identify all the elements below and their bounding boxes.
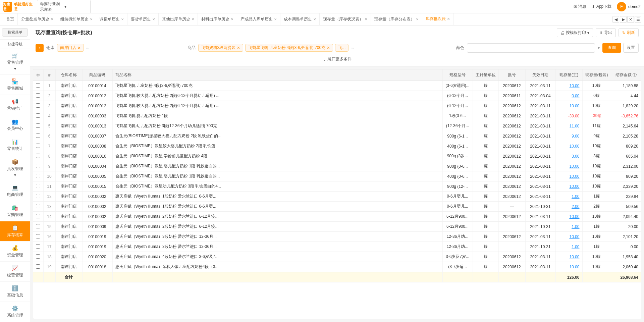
warehouse-tag[interactable]: 南岸门店 ✕ bbox=[57, 44, 84, 52]
sidebar-item-retail-management[interactable]: 🛒 零售管理 ▾ bbox=[0, 49, 30, 75]
tab-6-close-icon[interactable]: ✕ bbox=[231, 17, 233, 21]
row-checkbox[interactable] bbox=[36, 83, 40, 88]
row-checkbox[interactable] bbox=[36, 234, 40, 238]
row-checkbox[interactable] bbox=[36, 133, 40, 138]
td-qty-main[interactable]: 1.00 bbox=[555, 222, 582, 232]
sidebar-item-retail-stats[interactable]: 📊 零售统计 bbox=[0, 135, 30, 155]
sidebar-item-purchase[interactable]: 🛍️ 采购管理 bbox=[0, 201, 30, 221]
td-qty-main[interactable]: 10.00 bbox=[555, 181, 582, 192]
td-qty-main[interactable]: 11.00 bbox=[555, 121, 582, 131]
tab-11[interactable]: 库存批次账 ✕ bbox=[422, 13, 453, 25]
td-check[interactable] bbox=[33, 91, 43, 101]
tab-11-close-icon[interactable]: ✕ bbox=[447, 17, 450, 21]
td-check[interactable] bbox=[33, 242, 43, 252]
td-check[interactable] bbox=[33, 161, 43, 171]
row-checkbox[interactable] bbox=[36, 204, 40, 208]
row-checkbox[interactable] bbox=[36, 214, 40, 218]
row-checkbox[interactable] bbox=[36, 93, 40, 98]
td-check[interactable] bbox=[33, 131, 43, 141]
user-profile[interactable]: E demo2 bbox=[617, 2, 641, 11]
td-check[interactable] bbox=[33, 222, 43, 232]
td-qty-main[interactable]: 10.00 bbox=[555, 81, 582, 91]
td-qty-main[interactable]: 10.00 bbox=[555, 141, 582, 151]
td-qty-main[interactable]: -39.00 bbox=[555, 111, 582, 121]
row-checkbox[interactable] bbox=[36, 174, 40, 178]
nav-next-icon[interactable]: ▶ bbox=[620, 16, 627, 23]
td-qty-main[interactable]: 1.00 bbox=[555, 242, 582, 252]
product-tag-1[interactable]: 飞鹤奶粉3段两提装 ✕ bbox=[198, 44, 244, 52]
sidebar-item-members[interactable]: 👥 会员中心 bbox=[0, 115, 30, 135]
tab-6[interactable]: 材料出库单历史 ✕ bbox=[198, 13, 237, 25]
row-checkbox[interactable] bbox=[36, 224, 40, 228]
tab-4[interactable]: 要货单历史 ✕ bbox=[127, 13, 159, 25]
td-check[interactable] bbox=[33, 81, 43, 91]
td-qty-main[interactable]: 10.00 bbox=[555, 262, 582, 272]
td-check[interactable] bbox=[33, 192, 43, 202]
sidebar-quick-nav[interactable]: 快捷导航 bbox=[0, 40, 30, 49]
td-check[interactable] bbox=[33, 141, 43, 151]
nav-close-icon[interactable]: ✕ bbox=[627, 16, 634, 23]
td-check[interactable] bbox=[33, 252, 43, 262]
td-qty-main[interactable]: 10.00 bbox=[555, 101, 582, 111]
row-checkbox[interactable] bbox=[36, 164, 40, 168]
td-qty-main[interactable]: 1.00 bbox=[555, 192, 582, 202]
td-check[interactable] bbox=[33, 212, 43, 222]
expand-conditions-button[interactable]: ⌄ 展开更多条件 bbox=[323, 56, 352, 62]
th-check[interactable]: ⚙ bbox=[33, 69, 43, 81]
tab-9-close-icon[interactable]: ✕ bbox=[365, 17, 367, 21]
tab-8[interactable]: 成本调整单历史 ✕ bbox=[280, 13, 320, 25]
sidebar-item-basic-info[interactable]: ℹ️ 基础信息 bbox=[0, 282, 30, 302]
td-check[interactable] bbox=[33, 111, 43, 121]
tab-2-close-icon[interactable]: ✕ bbox=[90, 17, 93, 21]
sidebar-item-marketing[interactable]: 📢 营销推广 bbox=[0, 95, 30, 115]
row-checkbox[interactable] bbox=[36, 244, 40, 249]
tab-7-close-icon[interactable]: ✕ bbox=[274, 17, 277, 21]
row-checkbox[interactable] bbox=[36, 154, 40, 158]
td-qty-main[interactable]: 10.00 bbox=[555, 171, 582, 181]
tab-5-close-icon[interactable]: ✕ bbox=[192, 17, 194, 21]
row-checkbox[interactable] bbox=[36, 123, 40, 128]
setting-button[interactable]: 设置 bbox=[623, 43, 639, 53]
td-check[interactable] bbox=[33, 181, 43, 192]
tab-2[interactable]: 组装拆卸单历史 ✕ bbox=[57, 13, 96, 25]
query-button[interactable]: 查询 bbox=[602, 43, 621, 53]
td-check[interactable] bbox=[33, 151, 43, 161]
row-checkbox[interactable] bbox=[36, 113, 40, 118]
product-tag-1-remove-icon[interactable]: ✕ bbox=[237, 46, 240, 50]
td-qty-main[interactable]: 10.00 bbox=[555, 161, 582, 171]
sidebar-item-system[interactable]: ⚙️ 系统管理 bbox=[0, 302, 30, 322]
message-button[interactable]: ✉ 消息 bbox=[574, 4, 586, 9]
tab-7[interactable]: 产成品入库单历史 ✕ bbox=[237, 13, 280, 25]
row-checkbox[interactable] bbox=[36, 194, 40, 198]
td-qty-main[interactable]: 2.00 bbox=[555, 202, 582, 212]
td-qty-main[interactable]: 10.00 bbox=[555, 252, 582, 262]
industry-selector[interactable]: 母婴行业演示库表 ▾ bbox=[37, 0, 91, 14]
sidebar-item-finance[interactable]: 💰 资金管理 bbox=[0, 241, 30, 262]
nav-menu-icon[interactable]: ☰ bbox=[635, 16, 641, 23]
td-qty-main[interactable]: 10.00 bbox=[555, 232, 582, 242]
sidebar-item-inventory[interactable]: 📋 库存核算 bbox=[0, 221, 30, 241]
row-checkbox[interactable] bbox=[36, 184, 40, 188]
tab-10-close-icon[interactable]: ✕ bbox=[416, 17, 419, 21]
tab-9[interactable]: 现存量（库存状况表） ✕ bbox=[320, 13, 371, 25]
row-checkbox[interactable] bbox=[36, 103, 40, 108]
sidebar-item-wholesale[interactable]: 📦 批发管理 ▾ bbox=[0, 155, 30, 181]
product-tag-2-remove-icon[interactable]: ✕ bbox=[327, 46, 330, 50]
td-qty-main[interactable]: 10.00 bbox=[555, 212, 582, 222]
row-checkbox[interactable] bbox=[36, 254, 40, 259]
tab-3-close-icon[interactable]: ✕ bbox=[121, 17, 124, 21]
row-checkbox[interactable] bbox=[36, 144, 40, 148]
td-check[interactable] bbox=[33, 202, 43, 212]
sidebar-item-retail-mall[interactable]: 🏪 零售商城 bbox=[0, 75, 30, 95]
td-check[interactable] bbox=[33, 101, 43, 111]
sidebar-item-operations[interactable]: 📈 经营管理 bbox=[0, 262, 30, 282]
row-checkbox[interactable] bbox=[36, 264, 40, 269]
warehouse-more-icon[interactable]: ··· bbox=[86, 46, 89, 50]
search-menu-button[interactable]: 搜索菜单 bbox=[2, 28, 28, 37]
sidebar-item-ecommerce[interactable]: 💻 电商管理 bbox=[0, 181, 30, 201]
tab-1[interactable]: 分量盘点单历史 ✕ bbox=[18, 13, 57, 25]
tab-1-close-icon[interactable]: ✕ bbox=[51, 17, 53, 21]
warehouse-tag-remove-icon[interactable]: ✕ bbox=[77, 46, 81, 50]
color-filter-input[interactable] bbox=[467, 43, 595, 53]
tab-home[interactable]: 首页 bbox=[3, 13, 18, 25]
